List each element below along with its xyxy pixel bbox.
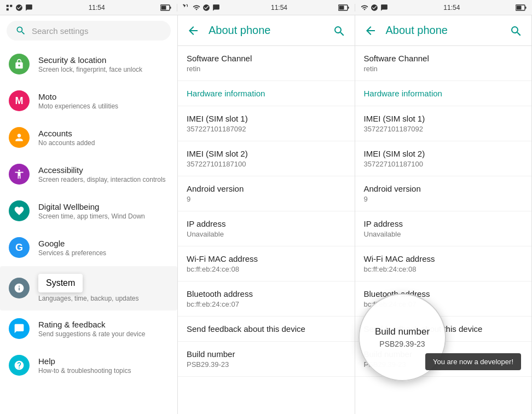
info-software-channel-title-m: Software Channel [187,54,346,63]
info-imei2-m[interactable]: IMEI (SIM slot 2) 357227101187100 [178,141,355,176]
info-wifi-title-r: Wi-Fi MAC address [364,254,523,263]
time-3: 11:54 [443,4,460,12]
settings-item-moto[interactable]: M Moto Moto experiences & utilities [0,83,177,119]
battery-icon-3 [516,4,527,11]
moto-text: Moto Moto experiences & utilities [38,92,169,110]
main-layout: Search settings Security & location Scre… [0,15,532,414]
time-1: 11:54 [89,4,105,12]
info-build-val-m: PSB29.39-23 [187,360,346,369]
settings-item-google[interactable]: G Google Services & preferences [0,229,177,266]
info-imei2-val-m: 357227101187100 [187,160,346,168]
info-android-val-m: 9 [187,195,346,203]
accessibility-icon [9,164,30,185]
search-icon-middle[interactable] [333,23,346,37]
digitalwellbeing-text: Digital Wellbeing Screen time, app timer… [38,202,169,220]
info-software-channel-title-r: Software Channel [364,54,523,63]
settings-item-digitalwellbeing[interactable]: Digital Wellbeing Screen time, app timer… [0,193,177,229]
info-ip-m[interactable]: IP address Unavailable [178,211,355,246]
info-hardware-r[interactable]: Hardware information [355,81,532,106]
google-title: Google [38,239,169,248]
svg-rect-7 [348,7,349,9]
security-subtitle: Screen lock, fingerprint, face unlock [38,66,169,73]
middle-panel-header: About phone [178,15,355,46]
right-panel-header: About phone [355,15,532,46]
info-imei2-r[interactable]: IMEI (SIM slot 2) 357227101187100 [355,141,532,176]
svg-rect-5 [161,5,166,9]
info-software-channel-m[interactable]: Software Channel retin [178,46,355,81]
back-icon-middle[interactable] [187,24,200,37]
svg-rect-2 [7,8,9,10]
info-android-val-r: 9 [364,195,523,203]
svg-rect-0 [7,4,9,7]
status-section-1: 11:54 [0,4,177,12]
info-ip-r[interactable]: IP address Unavailable [355,211,532,246]
search-icon [15,25,26,36]
settings-item-rating[interactable]: Rating & feedback Send suggestions & rat… [0,311,177,347]
info-feedback-title-m: Send feedback about this device [187,324,346,334]
info-hardware-title-m: Hardware information [187,89,346,98]
security-title: Security & location [38,55,169,65]
build-circle-value: PSB29.39-23 [379,340,425,348]
google-icon: G [9,237,30,258]
info-hardware-m[interactable]: Hardware information [178,81,355,106]
search-input[interactable]: Search settings [32,26,162,36]
middle-panel-title: About phone [209,24,324,37]
info-ip-val-m: Unavailable [187,230,346,238]
settings-panel: Search settings Security & location Scre… [0,15,178,414]
settings-item-help[interactable]: Help How-to & troubleshooting topics [0,347,177,384]
info-imei1-r[interactable]: IMEI (SIM slot 1) 357227101187092 [355,106,532,141]
search-bar[interactable]: Search settings [7,21,171,41]
info-build-m[interactable]: Build number PSB29.39-23 [178,342,355,377]
info-build-title-m: Build number [187,349,346,359]
accounts-icon [9,127,30,148]
info-android-title-m: Android version [187,184,346,193]
info-wifi-val-m: bc:ff:eb:24:ce:08 [187,265,346,273]
settings-item-system[interactable]: System Languages, time, backup, updates [0,266,177,311]
svg-rect-1 [10,4,12,7]
info-imei1-val-m: 357227101187092 [187,125,346,133]
google-subtitle: Services & preferences [38,249,169,257]
info-android-m[interactable]: Android version 9 [178,176,355,211]
status-section-3: 11:54 [355,4,532,12]
info-imei1-title-r: IMEI (SIM slot 1) [364,114,523,123]
info-ip-title-r: IP address [364,219,523,228]
info-wifi-title-m: Wi-Fi MAC address [187,254,346,263]
info-imei1-title-m: IMEI (SIM slot 1) [187,114,346,123]
info-imei2-val-r: 357227101187100 [364,160,523,168]
help-text: Help How-to & troubleshooting topics [38,357,169,375]
info-software-channel-r[interactable]: Software Channel retin [355,46,532,81]
accessibility-title: Accessibility [38,165,169,175]
back-icon-right[interactable] [364,24,377,37]
settings-item-accounts[interactable]: Accounts No accounts added [0,119,177,156]
right-panel-title: About phone [386,24,501,37]
rating-title: Rating & feedback [38,320,169,329]
info-imei1-val-r: 357227101187092 [364,125,523,133]
settings-item-security[interactable]: Security & location Screen lock, fingerp… [0,46,177,83]
svg-rect-11 [516,5,521,9]
rating-text: Rating & feedback Send suggestions & rat… [38,320,169,338]
digitalwellbeing-icon [9,200,30,221]
status-icons-left-3 [361,4,388,12]
settings-list: Security & location Screen lock, fingerp… [0,46,177,414]
svg-rect-8 [339,5,344,9]
settings-item-accessibility[interactable]: Accessibility Screen readers, display, i… [0,156,177,193]
info-wifi-r[interactable]: Wi-Fi MAC address bc:ff:eb:24:ce:08 [355,246,532,281]
info-wifi-m[interactable]: Wi-Fi MAC address bc:ff:eb:24:ce:08 [178,246,355,281]
search-icon-right[interactable] [510,23,523,37]
svg-rect-4 [170,7,171,9]
rating-subtitle: Send suggestions & rate your device [38,330,169,338]
moto-subtitle: Moto experiences & utilities [38,102,169,110]
info-imei1-m[interactable]: IMEI (SIM slot 1) 357227101187092 [178,106,355,141]
system-text: System Languages, time, backup, updates [38,274,169,302]
info-feedback-m[interactable]: Send feedback about this device [178,317,355,342]
security-icon [9,54,30,74]
info-bt-m[interactable]: Bluetooth address bc:ff:eb:24:ce:07 [178,281,355,317]
info-android-r[interactable]: Android version 9 [355,176,532,211]
info-imei2-title-r: IMEI (SIM slot 2) [364,149,523,158]
info-software-channel-val-m: retin [187,65,346,73]
info-android-title-r: Android version [364,184,523,193]
digitalwellbeing-subtitle: Screen time, app timers, Wind Down [38,212,169,220]
svg-rect-10 [525,7,526,9]
info-wifi-val-r: bc:ff:eb:24:ce:08 [364,265,523,273]
battery-icon-2 [338,4,349,11]
